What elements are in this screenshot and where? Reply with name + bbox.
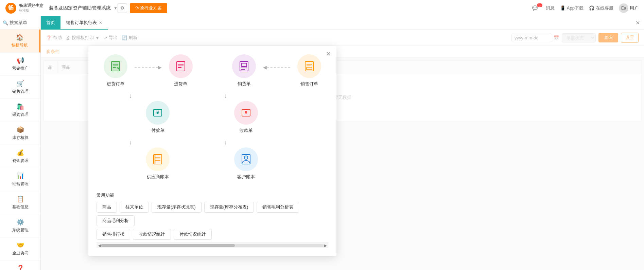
sidebar-item-inventory[interactable]: 📦 库存核算 (0, 122, 40, 145)
message-badge: 5 (537, 3, 542, 7)
enterprise-icon: 🤝 (17, 241, 24, 249)
customer-ledger-label: 客户账本 (237, 174, 255, 180)
func-btn-receipt-stats[interactable]: 收款情况统计 (133, 229, 171, 240)
flow-node-sales-order[interactable]: 销售订单 (290, 54, 328, 87)
sidebar-item-newbie[interactable]: ❓ 新手引导 (0, 260, 40, 270)
logo-text-block: 畅康通好生意 标准版 (19, 3, 43, 13)
purchase-bill-label: 进货单 (174, 81, 187, 87)
arrow-2: ◀ (263, 65, 290, 70)
sidebar-label-enterprise: 企业协同 (12, 250, 29, 256)
flow-node-supplier-ledger[interactable]: 供应商账本 (137, 147, 178, 180)
sidebar-label-system: 系统管理 (12, 227, 29, 233)
sidebar-label-finance: 资金管理 (12, 158, 29, 164)
modal-close-button[interactable]: ✕ (326, 50, 331, 58)
func-btn-stock-dist[interactable]: 现存量(库存分布表) (204, 202, 254, 213)
search-menu-label: 搜索菜单 (10, 20, 27, 26)
sales-order-label: 销售订单 (300, 81, 318, 87)
flow-node-payment-bill[interactable]: ¥ 付款单 (137, 101, 178, 133)
dropdown-arrow-icon[interactable]: ▼ (114, 6, 118, 11)
search-menu-item[interactable]: 🔍 搜索菜单 (0, 16, 40, 30)
system-title: 装备及固定资产辅助管理系统 (49, 5, 111, 11)
sidebar-item-quick-nav[interactable]: 🏠 快捷导航 (0, 30, 40, 53)
sales-bill-icon (232, 54, 256, 78)
sidebar-label-quick-nav: 快捷导航 (12, 42, 28, 48)
svg-text:¥: ¥ (245, 110, 247, 115)
flow-node-customer-ledger[interactable]: 客户账本 (226, 147, 266, 180)
flow-node-purchase-order[interactable]: 进货订单 (97, 54, 135, 87)
supplier-ledger-icon (146, 147, 170, 171)
func-btn-payment-stats[interactable]: 付款情况统计 (174, 229, 212, 240)
purchase-icon: 🛍️ (17, 103, 24, 110)
quick-nav-modal: ✕ (88, 46, 336, 256)
arrow-head-1: ▶ (158, 65, 162, 70)
flow-diagram: 进货订单 ▶ (97, 54, 328, 185)
down-arrow-left: ↓ (97, 92, 164, 100)
sidebar-item-enterprise[interactable]: 🤝 企业协同 (0, 237, 40, 260)
headset-icon: 🎧 (589, 5, 594, 11)
scroll-left-arrow[interactable]: ◀ (98, 243, 101, 248)
sidebar-label-sales: 销售管理 (12, 89, 29, 94)
finance-icon: 💰 (17, 149, 24, 157)
down-arrow-receipt: ↓ (192, 139, 260, 146)
flow-node-sales-bill[interactable]: 销货单 (225, 54, 263, 87)
sidebar-item-sales[interactable]: 🛒 销售管理 (0, 76, 40, 99)
svg-rect-24 (154, 155, 156, 164)
down-arrow-right: ↓ (192, 92, 260, 100)
tab-sales-order[interactable]: 销售订单执行表 ✕ (60, 16, 108, 30)
purchase-order-label: 进货订单 (107, 81, 124, 87)
sidebar-item-finance[interactable]: 💰 资金管理 (0, 145, 40, 168)
logo-text: 畅康通好生意 (19, 3, 43, 8)
avatar: Ea (619, 3, 628, 13)
home-icon: 🏠 (16, 34, 23, 41)
scroll-right-arrow[interactable]: ▶ (324, 243, 327, 248)
sidebar-item-purchase[interactable]: 🛍️ 采购管理 (0, 99, 40, 122)
common-funcs: 常用功能 商品 往来单位 现存量(库存状况表) 现存量(库存分布表) 销售毛利分… (97, 192, 328, 240)
system-title-area: 装备及固定资产辅助管理系统 ▼ (49, 5, 118, 11)
user-item[interactable]: Ea 用户 (619, 3, 639, 13)
flow-node-receipt-bill[interactable]: ¥ 收款单 (226, 101, 266, 133)
scroll-track[interactable] (101, 244, 324, 247)
app-download-item[interactable]: 📱 App下载 (560, 5, 584, 11)
header-right: 💬 5 消息 📱 App下载 🎧 在线客服 Ea 用户 (532, 3, 639, 13)
flow-node-purchase-bill[interactable]: 进货单 (162, 54, 200, 87)
sidebar-item-basic-info[interactable]: 📋 基础信息 (0, 191, 40, 214)
func-btn-sales-margin[interactable]: 销售毛利分析表 (257, 202, 299, 213)
supplier-ledger-label: 供应商账本 (147, 174, 169, 180)
message-item[interactable]: 💬 5 消息 (532, 5, 555, 11)
arrow-head-2: ◀ (263, 65, 267, 70)
tab-home[interactable]: 首页 (41, 16, 60, 30)
func-btn-product-margin[interactable]: 商品毛利分析 (97, 215, 135, 226)
sidebar-label-basic-info: 基础信息 (12, 204, 29, 210)
func-btn-sales-ranking[interactable]: 销售排行榜 (97, 229, 130, 240)
sidebar-item-marketing[interactable]: 📢 营销推广 (0, 53, 40, 76)
content-area: 首页 销售订单执行表 ✕ ✕ ❓ 帮助 🖨 按模板打印 ▼ (41, 16, 644, 270)
tab-home-label: 首页 (46, 20, 55, 26)
sales-order-icon (297, 54, 321, 78)
func-btn-stock-status[interactable]: 现存量(库存状况表) (152, 202, 202, 213)
func-btn-counterparty[interactable]: 往来单位 (120, 202, 149, 213)
online-service-item[interactable]: 🎧 在线客服 (589, 5, 613, 11)
tab-bar: 首页 销售订单执行表 ✕ ✕ (41, 16, 644, 30)
user-label: 用户 (630, 5, 639, 11)
settings-button[interactable]: ⚙ (118, 3, 127, 13)
app-icon: 📱 (560, 5, 565, 11)
flow-row-2: ¥ 付款单 ¥ (97, 101, 328, 133)
receipt-bill-label: 收款单 (240, 127, 253, 133)
down-arrow-payment: ↓ (97, 139, 164, 146)
trial-button[interactable]: 体验行业方案 (130, 3, 167, 13)
marketing-icon: 📢 (17, 57, 24, 64)
tab-close-icon[interactable]: ✕ (99, 20, 102, 25)
func-row-2: 销售排行榜 收款情况统计 付款情况统计 (97, 229, 328, 240)
page-content: ❓ 帮助 🖨 按模板打印 ▼ ↗ 导出 🔄 刷新 (41, 30, 644, 270)
receipt-bill-icon: ¥ (234, 101, 258, 125)
top-header: 畅 畅康通好生意 标准版 装备及固定资产辅助管理系统 ▼ ⚙ 体验行业方案 💬 … (0, 0, 644, 16)
logo-area: 畅 畅康通好生意 标准版 (5, 3, 46, 14)
sidebar-item-operations[interactable]: 📊 经营管理 (0, 168, 40, 191)
func-btn-product[interactable]: 商品 (97, 202, 117, 213)
sidebar-item-system[interactable]: ⚙️ 系统管理 (0, 214, 40, 237)
app-download-label: App下载 (567, 5, 584, 11)
sales-bill-label: 销货单 (238, 81, 251, 87)
dashed-line-1 (135, 67, 158, 68)
tab-close-right[interactable]: ✕ (631, 16, 644, 30)
purchase-order-icon (104, 54, 127, 78)
